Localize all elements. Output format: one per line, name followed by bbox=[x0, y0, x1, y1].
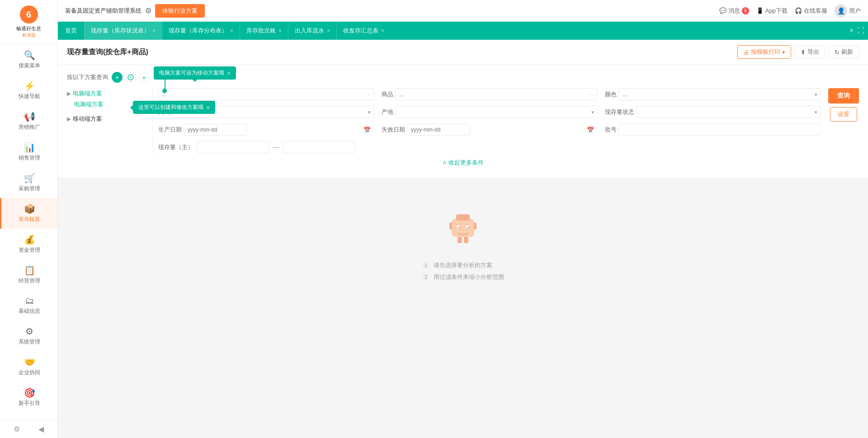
sidebar-item-sales[interactable]: 📊 销售管理 bbox=[0, 137, 57, 167]
search-btn[interactable]: 查询 bbox=[828, 88, 859, 104]
goods-label: 商品 bbox=[382, 90, 393, 99]
system-title: 装备及固定资产辅助管理系统 bbox=[65, 7, 142, 15]
sidebar-item-collab[interactable]: 🤝 企业协同 bbox=[0, 351, 57, 382]
tooltip-pc-scheme: 电脑方案可设为移动方案哦 × bbox=[154, 66, 236, 80]
sidebar-item-inventory[interactable]: 📦 库存核算 bbox=[0, 198, 57, 229]
tab-batch[interactable]: 库存批次账 × bbox=[240, 22, 288, 40]
trial-btn[interactable]: 体验行业方案 bbox=[155, 4, 205, 18]
sidebar-item-label: 经营管理 bbox=[19, 277, 40, 285]
back-btn[interactable]: « bbox=[139, 72, 150, 83]
notifications-item[interactable]: 💬 消息 6 bbox=[719, 7, 749, 15]
expire-calendar-icon[interactable]: 📅 bbox=[587, 126, 594, 133]
content-area: 现存量查询(按仓库+商品) 🖨 按模板打印 ▾ ⬆ 导出 ↻ 刷新 bbox=[58, 40, 868, 438]
app-download-item[interactable]: 📱 App下载 bbox=[756, 7, 788, 15]
goods-field: 商品 ··· bbox=[382, 88, 598, 100]
user-avatar: 👤 bbox=[835, 5, 847, 17]
stock-main-label: 现存量（主） bbox=[158, 143, 193, 151]
sidebar-item-finance[interactable]: 💰 资金管理 bbox=[0, 229, 57, 259]
headset-icon: 🎧 bbox=[795, 7, 802, 14]
app-header: 装备及固定资产辅助管理系统 ⚙ 体验行业方案 💬 消息 6 📱 App下载 🎧 … bbox=[58, 0, 868, 22]
inventory-icon: 📦 bbox=[24, 203, 35, 214]
collab-icon: 🤝 bbox=[24, 357, 35, 367]
sidebar-item-guide[interactable]: 🎯 新手引导 bbox=[0, 382, 57, 413]
sidebar-item-search[interactable]: 🔍 搜索菜单 bbox=[0, 44, 57, 75]
add-scheme-btn[interactable]: + bbox=[112, 72, 123, 83]
online-support-item[interactable]: 🎧 在线客服 bbox=[795, 7, 827, 15]
sidebar-item-marketing[interactable]: 📢 营销推广 bbox=[0, 106, 57, 137]
settings-button[interactable]: ⚙ bbox=[14, 425, 20, 433]
hint-num-2: 2 bbox=[422, 273, 430, 281]
sidebar-item-system[interactable]: ⚙ 系统管理 bbox=[0, 320, 57, 351]
scheme-mobile-label: 移动端方案 bbox=[73, 115, 102, 123]
collapse-conditions-btn[interactable]: ∧ 收起更多条件 bbox=[67, 155, 859, 170]
marketing-icon: 📢 bbox=[24, 111, 35, 122]
tab-inout-flow[interactable]: 出入库流水 × bbox=[288, 22, 336, 40]
tab-close-icon[interactable]: × bbox=[327, 28, 330, 34]
user-item[interactable]: 👤 用户 bbox=[835, 5, 861, 17]
stock-max-input[interactable] bbox=[283, 141, 355, 153]
tab-close-icon[interactable]: × bbox=[381, 28, 384, 34]
scheme-mobile-group[interactable]: ▶ 移动端方案 bbox=[67, 113, 147, 124]
sidebar-item-label: 系统管理 bbox=[19, 338, 40, 346]
tab-inventory-status[interactable]: 现存量（库存状况表） × bbox=[84, 22, 162, 40]
purchase-icon: 🛒 bbox=[24, 173, 35, 184]
scheme-pc-group[interactable]: ▶ 电脑端方案 bbox=[67, 88, 147, 99]
filter-panel: 按以下方案查询 + ✎ « 电脑方案可设为移动方案哦 × bbox=[58, 65, 868, 178]
sidebar-item-label: 新手引导 bbox=[19, 400, 40, 407]
collapse-sidebar-button[interactable]: ◀ bbox=[38, 425, 44, 433]
edit-scheme-btn[interactable]: ✎ bbox=[125, 72, 136, 83]
tab-close-icon[interactable]: × bbox=[152, 28, 156, 34]
svg-point-7 bbox=[467, 226, 469, 228]
print-btn[interactable]: 🖨 按模板打印 ▾ bbox=[737, 45, 791, 59]
export-btn[interactable]: ⬆ 导出 bbox=[795, 45, 825, 59]
filter-body: ▶ 电脑端方案 电脑端方案 ▶ 移动端方案 bbox=[67, 88, 859, 155]
color-input[interactable] bbox=[618, 88, 821, 100]
prod-date-input[interactable] bbox=[184, 124, 247, 136]
stock-min-input[interactable] bbox=[197, 141, 269, 153]
sidebar-item-label: 销售管理 bbox=[19, 154, 40, 162]
search-icon: 🔍 bbox=[24, 50, 35, 61]
tab-summary[interactable]: 收发存汇总表 × bbox=[336, 22, 391, 40]
tab-close-icon[interactable]: × bbox=[278, 28, 282, 34]
expire-date-input[interactable] bbox=[407, 124, 470, 136]
goods-input[interactable] bbox=[399, 91, 589, 98]
filter-label: 按以下方案查询 bbox=[67, 73, 108, 81]
empty-state: 1 请先选择要分析的方案 2 用过滤条件来缩小分析范围 bbox=[58, 178, 868, 310]
page-title: 现存量查询(按仓库+商品) bbox=[67, 47, 148, 57]
reset-btn[interactable]: 设置 bbox=[830, 107, 857, 122]
origin-input[interactable] bbox=[395, 106, 598, 118]
tab-inventory-dist[interactable]: 现存量（库存分布表） × bbox=[162, 22, 240, 40]
svg-point-6 bbox=[458, 226, 460, 228]
header-settings-icon[interactable]: ⚙ bbox=[145, 6, 151, 15]
refresh-btn[interactable]: ↻ 刷新 bbox=[829, 45, 859, 59]
calendar-icon[interactable]: 📅 bbox=[363, 126, 371, 133]
sidebar-item-purchase[interactable]: 🛒 采购管理 bbox=[0, 167, 57, 198]
tab-home[interactable]: 首页 bbox=[58, 22, 84, 40]
logo-area: 6 畅通好生意 标准版 bbox=[0, 0, 57, 44]
sidebar-item-ops[interactable]: 📋 经营管理 bbox=[0, 259, 57, 290]
stock-status-input[interactable] bbox=[636, 106, 821, 118]
hint-text-2: 用过滤条件来缩小分析范围 bbox=[434, 271, 504, 283]
scheme-pc-label: 电脑端方案 bbox=[73, 89, 102, 98]
svg-rect-11 bbox=[464, 237, 468, 243]
fullscreen-icon[interactable]: ⛶ bbox=[857, 27, 864, 35]
chevron-down-icon: ▾ bbox=[815, 91, 817, 97]
batch-input[interactable] bbox=[618, 123, 821, 136]
close-all-icon[interactable]: × bbox=[849, 27, 854, 35]
sidebar-item-nav[interactable]: ⚡ 快捷导航 bbox=[0, 75, 57, 106]
sales-icon: 📊 bbox=[24, 142, 35, 153]
tooltip2-close[interactable]: × bbox=[206, 104, 210, 111]
tab-close-icon[interactable]: × bbox=[230, 28, 233, 34]
message-icon: 💬 bbox=[719, 7, 726, 14]
sidebar-bottom: ⚙ ◀ bbox=[0, 420, 57, 438]
tooltip1-close[interactable]: × bbox=[227, 70, 231, 77]
page-actions: 🖨 按模板打印 ▾ ⬆ 导出 ↻ 刷新 bbox=[737, 45, 859, 59]
sidebar-item-base[interactable]: 🗂 基础信息 bbox=[0, 290, 57, 320]
origin-field: 产地 ▾ bbox=[382, 106, 598, 118]
chevron-up-icon: ∧ bbox=[442, 159, 447, 166]
more-icon: ··· bbox=[366, 91, 370, 98]
logo-icon: 6 bbox=[20, 5, 38, 24]
sidebar-item-label: 资金管理 bbox=[19, 246, 40, 254]
finance-icon: 💰 bbox=[24, 234, 35, 245]
svg-rect-8 bbox=[449, 222, 452, 230]
